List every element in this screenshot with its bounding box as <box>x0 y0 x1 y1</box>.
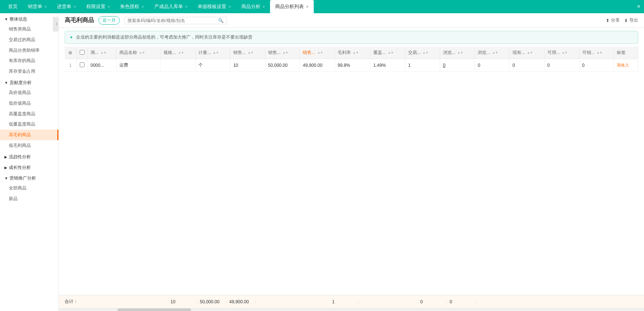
sort-saleable-icon: ▲▼ <box>597 51 602 54</box>
search-icon[interactable]: 🔍 <box>218 18 224 23</box>
row-checkbox[interactable] <box>80 62 84 67</box>
col-available[interactable]: 可用... ▲▼ <box>544 47 579 59</box>
col-saleable[interactable]: 可销... ▲▼ <box>579 47 614 59</box>
content-area: 高毛利商品 近一月 🔍 ⬆ 分享 ⬇ 导出 ✦ 企业的主要的利润都是这部分商品创… <box>59 13 644 311</box>
nav-close-role[interactable]: × <box>141 4 144 9</box>
nav-product-analysis[interactable]: 商品分析 × <box>236 0 270 13</box>
main-layout: 《 ▼ 整体信息 销售类商品 交易过的商品 商品分类助销率 有库存的商品 库存资… <box>0 13 644 311</box>
col-tag[interactable]: 标签 <box>614 47 638 59</box>
row-transaction: 1 <box>405 59 440 72</box>
nav-close-template[interactable]: × <box>229 4 231 9</box>
sidebar-item-in-stock-goods[interactable]: 有库存的商品 <box>0 55 58 66</box>
row-checkbox-cell[interactable] <box>76 59 87 72</box>
sidebar-item-category-sales-rate[interactable]: 商品分类助销率 <box>0 45 58 56</box>
row-available: 0 <box>544 59 579 72</box>
nav-close-permission[interactable]: × <box>108 4 110 9</box>
nav-close-analysis-list[interactable]: × <box>306 4 308 9</box>
footer-sales-cost: 49,900.00 <box>226 299 256 304</box>
bottom-scrollbar-thumb[interactable] <box>118 308 191 311</box>
row-sales-qty: 10 <box>230 59 265 72</box>
sidebar-item-stock-capital[interactable]: 库存资金占用 <box>0 66 58 77</box>
sidebar-item-traded-goods[interactable]: 交易过的商品 <box>0 35 58 45</box>
sidebar-group-marketing-arrow: ▼ <box>4 176 8 180</box>
row-tag: 高收入 <box>614 59 638 72</box>
col-name[interactable]: 商品名称 ▲▼ <box>116 47 161 59</box>
sort-spec-icon: ▲▼ <box>178 51 184 54</box>
sidebar-item-sales-goods[interactable]: 销售类商品 <box>0 24 58 35</box>
col-browse2[interactable]: 浏览... ▲▼ <box>475 47 510 59</box>
nav-home[interactable]: 首页 <box>3 0 23 13</box>
table-footer: 合计： 10 50,000.00 49,900.00 1 0 0 <box>59 295 644 308</box>
sidebar-item-low-margin[interactable]: 低毛利商品 <box>0 140 58 151</box>
row-name: 运费 <box>116 59 161 72</box>
col-settings[interactable]: ⚙ <box>65 47 76 59</box>
col-current-stock[interactable]: 现有... ▲▼ <box>510 47 544 59</box>
row-saleable: 0 <box>579 59 614 72</box>
nav-role-auth[interactable]: 角色授权 × <box>115 0 149 13</box>
sidebar-group-overall-arrow: ▼ <box>4 17 8 21</box>
info-icon: ✦ <box>69 35 73 40</box>
sidebar-collapse-button[interactable]: 《 <box>53 17 59 32</box>
export-button[interactable]: ⬇ 导出 <box>624 17 638 23</box>
sidebar-group-overall[interactable]: ▼ 整体信息 <box>0 13 58 24</box>
row-gross-margin: 99.8% <box>334 59 370 72</box>
sidebar-group-trend[interactable]: ▶ 流趋性分析 <box>0 151 58 162</box>
col-sales-cost[interactable]: 销售... ▲▼ <box>300 47 335 59</box>
col-code[interactable]: 商... ▲▼ <box>87 47 116 59</box>
nav-sales-order[interactable]: 销货单 × <box>23 0 52 13</box>
sidebar-item-all-goods[interactable]: 全部商品 <box>0 183 58 194</box>
sidebar-item-low-coverage[interactable]: 低覆盖度商品 <box>0 119 58 130</box>
sidebar-group-growth[interactable]: ▶ 成长性分析 <box>0 162 58 172</box>
select-all-checkbox[interactable] <box>80 50 84 55</box>
sidebar-item-low-value[interactable]: 低价值商品 <box>0 98 58 109</box>
sort-code-icon: ▲▼ <box>101 51 107 54</box>
filter-recent-month-button[interactable]: 近一月 <box>98 16 120 25</box>
sidebar: 《 ▼ 整体信息 销售类商品 交易过的商品 商品分类助销率 有库存的商品 库存资… <box>0 13 59 311</box>
nav-product-inbound[interactable]: 产成品入库单 × <box>149 0 193 13</box>
col-transaction[interactable]: 交易... ▲▼ <box>405 47 440 59</box>
nav-close-inbound[interactable]: × <box>185 4 187 9</box>
sort-gross-margin-icon: ▲▼ <box>353 51 359 54</box>
row-sales-amount: 50,000.00 <box>265 59 300 72</box>
table-header-row: ⚙ 商... ▲▼ 商品名称 ▲▼ <box>65 47 638 59</box>
row-num: 1 <box>65 59 76 72</box>
sort-sales-qty-icon: ▲▼ <box>248 51 253 54</box>
nav-purchase-order[interactable]: 进货单 × <box>52 0 81 13</box>
nav-template-settings[interactable]: 单据模板设置 × <box>193 0 236 13</box>
row-browse1[interactable]: 0 <box>440 59 475 72</box>
sidebar-group-trend-arrow: ▶ <box>4 155 7 159</box>
sidebar-item-high-value[interactable]: 高价值商品 <box>0 87 58 98</box>
col-unit[interactable]: 计量... ▲▼ <box>195 47 230 59</box>
nav-product-analysis-list[interactable]: 商品分析列表 × <box>270 0 313 13</box>
sidebar-item-new-goods[interactable]: 新品 <box>0 194 58 204</box>
sidebar-item-high-margin[interactable]: 高毛利商品 <box>0 130 58 140</box>
col-sales-qty[interactable]: 销售... ▲▼ <box>230 47 265 59</box>
nav-close-purchase[interactable]: × <box>73 4 76 9</box>
col-gross-margin[interactable]: 毛利率 ▲▼ <box>334 47 370 59</box>
col-sales-amount[interactable]: 销售... ▲▼ <box>265 47 300 59</box>
share-button[interactable]: ⬆ 分享 <box>606 17 620 23</box>
bottom-scrollbar[interactable] <box>59 308 644 311</box>
footer-sales-qty: 10 <box>168 299 197 304</box>
nav-close-sales[interactable]: × <box>44 4 47 9</box>
col-checkbox[interactable] <box>76 47 87 59</box>
sidebar-group-marketing[interactable]: ▼ 营销推广分析 <box>0 172 58 183</box>
top-nav: 首页 销货单 × 进货单 × 权限设置 × 角色授权 × 产成品入库单 × 单据… <box>0 0 644 13</box>
row-code: 0000... <box>87 59 116 72</box>
nav-close-all-button[interactable]: × <box>637 3 640 10</box>
nav-permission-settings[interactable]: 权限设置 × <box>81 0 115 13</box>
table-container[interactable]: ⚙ 商... ▲▼ 商品名称 ▲▼ <box>59 47 644 295</box>
table-row: 1 0000... 运费 个 10 50,000.00 49,900.00 99… <box>65 59 638 72</box>
row-current-stock: 0 <box>510 59 544 72</box>
export-icon: ⬇ <box>624 18 628 23</box>
col-browse1[interactable]: 浏览... ▲▼ <box>440 47 475 59</box>
sidebar-group-contribution[interactable]: ▼ 贡献度分析 <box>0 77 58 87</box>
content-header: 高毛利商品 近一月 🔍 ⬆ 分享 ⬇ 导出 <box>59 13 644 28</box>
row-spec <box>161 59 195 72</box>
search-input[interactable] <box>127 18 218 23</box>
col-spec[interactable]: 规格... ▲▼ <box>161 47 195 59</box>
col-coverage[interactable]: 覆盖... ▲▼ <box>370 47 405 59</box>
sidebar-item-high-coverage[interactable]: 高覆盖度商品 <box>0 109 58 119</box>
nav-close-analysis[interactable]: × <box>263 4 265 9</box>
sort-browse2-icon: ▲▼ <box>492 51 498 54</box>
